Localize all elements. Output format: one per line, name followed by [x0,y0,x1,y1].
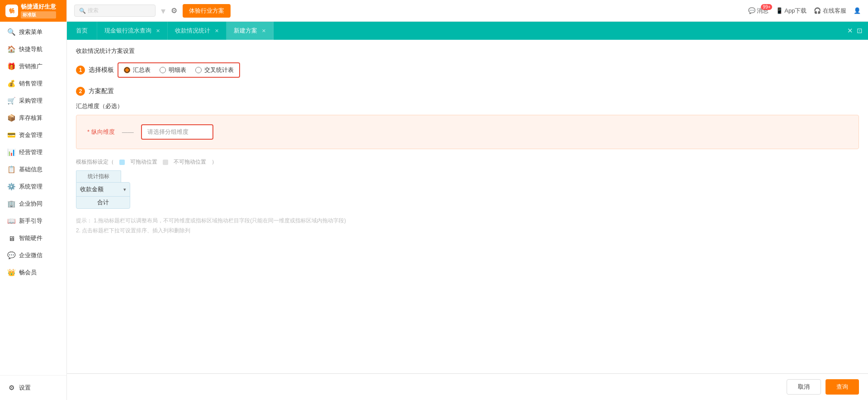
sidebar-item-system[interactable]: ⚙️ 系统管理 [0,178,66,195]
download-icon: 📱 [776,7,783,14]
dropdown-arrow-icon[interactable]: ▾ [161,5,165,16]
metrics-section: 模板指标设定（ 可拖动位置 不可拖动位置 ） 统计指标 收款金额 [76,158,859,209]
radio-detail[interactable]: 明细表 [160,66,186,74]
topbar-right: 💬 消息 99+ 📱 App下载 🎧 在线客服 👤 [748,7,861,15]
app-download[interactable]: 📱 App下载 [776,7,807,15]
service-icon: 🎧 [814,7,821,14]
sidebar-item-label: 企业协同 [19,200,42,208]
cart-icon: 🛒 [7,97,15,105]
sidebar-item-quick-nav[interactable]: 🏠 快捷导航 [0,41,66,58]
metric-group-header-label: 收款金额 [80,185,104,193]
gift-icon: 🎁 [7,62,15,71]
radio-detail-label: 明细表 [169,66,186,74]
sidebar-item-operation[interactable]: 📊 经营管理 [0,144,66,161]
notification-badge[interactable]: 💬 消息 99+ [748,7,769,15]
money-icon: 💰 [7,80,15,88]
sidebar-item-basic[interactable]: 📋 基础信息 [0,161,66,178]
gear-icon: ⚙️ [7,183,15,191]
sidebar-item-search[interactable]: 🔍 搜索菜单 [0,24,66,41]
query-button[interactable]: 查询 [826,379,859,395]
content-area: 收款情况统计方案设置 1 选择模板 汇总表 明细表 [67,40,868,373]
radio-cross-label: 交叉统计表 [204,66,234,74]
message-icon: 💬 [748,7,755,14]
online-service[interactable]: 🎧 在线客服 [814,7,846,15]
tab-cashflow-close[interactable]: ✕ [156,28,160,34]
sidebar-item-wechat[interactable]: 💬 企业微信 [0,247,66,264]
tab-collection[interactable]: 收款情况统计 ✕ [168,22,226,40]
page-title: 收款情况统计方案设置 [76,47,859,55]
sidebar-item-label: 智能硬件 [19,234,42,242]
sidebar-item-hardware[interactable]: 🖥 智能硬件 [0,230,66,247]
sidebar-logo: 畅 畅捷通好生意 标准版 [0,0,66,22]
dim-select[interactable]: 请选择分组维度 [141,124,213,140]
section1-title: 选择模板 [89,66,114,74]
metrics-group: 统计指标 收款金额 ▾ 合计 [76,170,859,209]
fixed-badge [163,160,168,165]
sidebar-item-label: 企业微信 [19,251,42,259]
tab-home[interactable]: 首页 [67,22,97,40]
radio-cross-input[interactable] [195,67,202,73]
template-radio-group: 汇总表 明细表 交叉统计表 [118,62,240,78]
section-template: 1 选择模板 汇总表 明细表 交叉统计表 [76,62,859,78]
gear-topbar-icon[interactable]: ⚙ [171,6,177,15]
tab-cashflow-label: 现金银行流水查询 [104,27,151,35]
sidebar-item-label: 新手引导 [19,217,42,225]
section2-number: 2 [76,87,85,96]
tabbar: 首页 现金银行流水查询 ✕ 收款情况统计 ✕ 新建方案 ✕ ✕ ⊡ [67,22,868,40]
hints-area: 提示： 1.拖动标题栏可以调整布局，不可跨维度或指标区域拖动栏目字段(只能在同一… [76,216,859,235]
card-icon: 💳 [7,131,15,139]
sidebar-item-label: 库存核算 [19,114,42,122]
home-icon: 🏠 [7,45,15,53]
section1-number: 1 [76,66,85,75]
radio-summary[interactable]: 汇总表 [124,66,151,74]
tab-cashflow[interactable]: 现金银行流水查询 ✕ [97,22,168,40]
tab-new-plan-label: 新建方案 [234,27,257,35]
metrics-section-label: 统计指标 [76,170,121,182]
sidebar-item-finance[interactable]: 💳 资金管理 [0,127,66,144]
close-window-icon[interactable]: ✕ [847,27,853,35]
section2-header: 2 方案配置 [76,87,859,96]
sidebar-bottom: ⚙ 设置 [0,375,66,400]
dimension-area: * 纵向维度 —— 请选择分组维度 [76,115,859,149]
sidebar-item-marketing[interactable]: 🎁 营销推广 [0,58,66,75]
cancel-button[interactable]: 取消 [787,379,821,395]
tab-new-plan-close[interactable]: ✕ [262,28,266,34]
sidebar-item-label: 基础信息 [19,165,42,174]
list-icon: 📋 [7,165,15,174]
radio-cross[interactable]: 交叉统计表 [195,66,234,74]
sidebar-item-sales[interactable]: 💰 销售管理 [0,75,66,92]
sidebar-bottom-label: 设置 [19,384,31,392]
sidebar-item-label: 快捷导航 [19,45,42,53]
metric-dropdown-icon[interactable]: ▾ [123,187,126,193]
sidebar-item-guide[interactable]: 📖 新手引导 [0,212,66,230]
sidebar-item-member[interactable]: 👑 畅会员 [0,264,66,281]
search-small-icon: 🔍 [79,8,86,14]
sidebar-item-inventory[interactable]: 📦 库存核算 [0,109,66,127]
user-info[interactable]: 👤 [854,7,861,14]
monitor-icon: 🖥 [7,235,15,242]
radio-summary-input[interactable] [124,67,130,73]
metrics-title-text: 模板指标设定（ [76,158,114,166]
sidebar-item-label: 畅会员 [19,268,37,277]
dim-select-placeholder: 请选择分组维度 [147,128,189,135]
hint-2: 2. 点击标题栏下拉可设置排序、插入列和删除列 [76,226,859,236]
content-inner: 收款情况统计方案设置 1 选择模板 汇总表 明细表 [67,40,868,373]
tab-new-plan[interactable]: 新建方案 ✕ [226,22,274,40]
bottom-bar: 取消 查询 [67,373,868,400]
maximize-icon[interactable]: ⊡ [857,27,863,35]
industry-btn[interactable]: 体验行业方案 [183,4,231,18]
notification-count: 99+ [761,4,772,10]
radio-detail-input[interactable] [160,67,166,73]
logo-text: 畅捷通好生意 [21,3,56,10]
dimension-title: 汇总维度（必选） [76,102,859,110]
sidebar-item-enterprise[interactable]: 🏢 企业协同 [0,195,66,212]
box-icon: 📦 [7,114,15,122]
sidebar-item-settings[interactable]: ⚙ 设置 [0,379,66,396]
tab-collection-close[interactable]: ✕ [215,28,219,34]
radio-summary-label: 汇总表 [133,66,151,74]
sidebar: 畅 畅捷通好生意 标准版 🔍 搜索菜单 🏠 快捷导航 🎁 营销推广 💰 销售管理… [0,0,67,400]
fixed-label: 不可拖动位置 [174,158,206,166]
sidebar-item-label: 营销推广 [19,62,42,71]
sidebar-item-purchase[interactable]: 🛒 采购管理 [0,92,66,109]
main: 🔍 搜索 ▾ ⚙ 体验行业方案 💬 消息 99+ 📱 App下载 🎧 在线客服 … [67,0,868,400]
